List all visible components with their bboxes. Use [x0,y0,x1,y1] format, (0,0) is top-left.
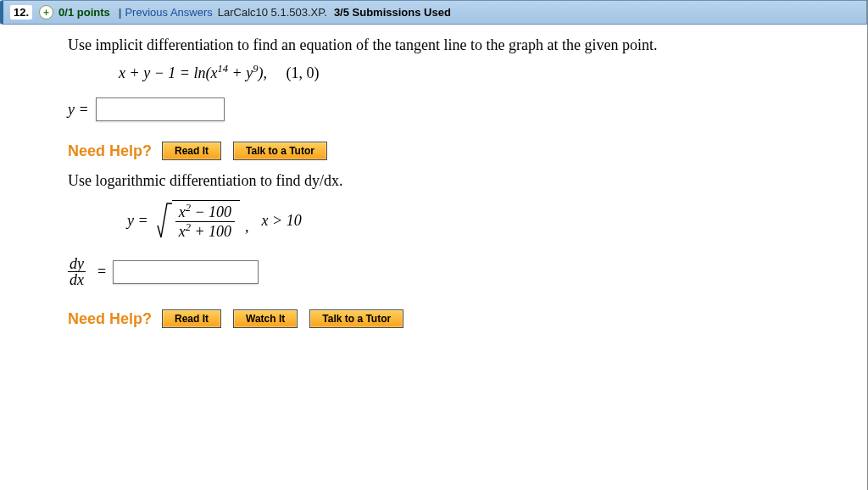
dx: dx [68,272,86,287]
radical-icon [157,200,172,241]
need-help-label-2: Need Help? [68,310,152,328]
eq-close: ), [258,64,267,81]
part1-answer-label: y = [68,101,89,119]
watch-it-button[interactable]: Watch It [233,309,298,328]
need-help-label-1: Need Help? [68,142,152,160]
question-container: 12. + 0/1 points | Previous Answers LarC… [0,0,868,490]
part2-answer-input[interactable] [113,260,259,284]
previous-answers-link[interactable]: Previous Answers [125,6,212,19]
part2-prompt: Use logarithmic differentiation to find … [68,172,833,190]
frac-denominator: x2 + 100 [175,221,235,241]
radicand: x2 − 100 x2 + 100 [172,200,240,241]
eq-y: y [246,64,253,81]
talk-tutor-button-2[interactable]: Talk to a Tutor [309,309,403,328]
y-equals: y = [127,212,148,230]
eq-x-exp: 14 [217,63,228,75]
submissions-used: 3/5 Submissions Used [334,6,451,19]
part2-answer-row: dy dx = [68,256,833,287]
comma: , [245,218,249,241]
book-reference: LarCalc10 5.1.503.XP. [218,6,327,19]
dy: dy [68,256,86,272]
part2-equation: y = x2 − 100 x2 + 100 , x > 10 [127,200,833,241]
read-it-button-1[interactable]: Read It [162,142,221,160]
eq-plus: + [228,64,246,81]
eq-lhs: x + y − 1 = ln( [119,64,210,81]
need-help-row-2: Need Help? Read It Watch It Talk to a Tu… [68,309,833,328]
eq-point: (1, 0) [286,64,319,81]
read-it-button-2[interactable]: Read It [162,309,221,328]
talk-tutor-button-1[interactable]: Talk to a Tutor [233,142,327,160]
fraction: x2 − 100 x2 + 100 [175,203,235,241]
frac-numerator: x2 − 100 [175,203,235,221]
question-body: Use implicit differentiation to find an … [0,25,867,348]
question-number: 12. [10,5,32,19]
condition: x > 10 [262,212,302,230]
plus-icon[interactable]: + [39,5,53,19]
part1-answer-input[interactable] [96,97,225,121]
sqrt-expression: x2 − 100 x2 + 100 [157,200,240,241]
points-earned: 0/1 points [58,6,110,19]
question-header: 12. + 0/1 points | Previous Answers LarC… [0,0,867,25]
equals-sign: = [97,263,106,281]
part1-prompt: Use implicit differentiation to find an … [68,36,833,54]
part1-equation: x + y − 1 = ln(x14 + y9), (1, 0) [119,63,833,82]
need-help-row-1: Need Help? Read It Talk to a Tutor [68,142,833,160]
separator: | [119,6,122,19]
dydx-label: dy dx [68,256,86,287]
part1-answer-row: y = [68,97,833,121]
